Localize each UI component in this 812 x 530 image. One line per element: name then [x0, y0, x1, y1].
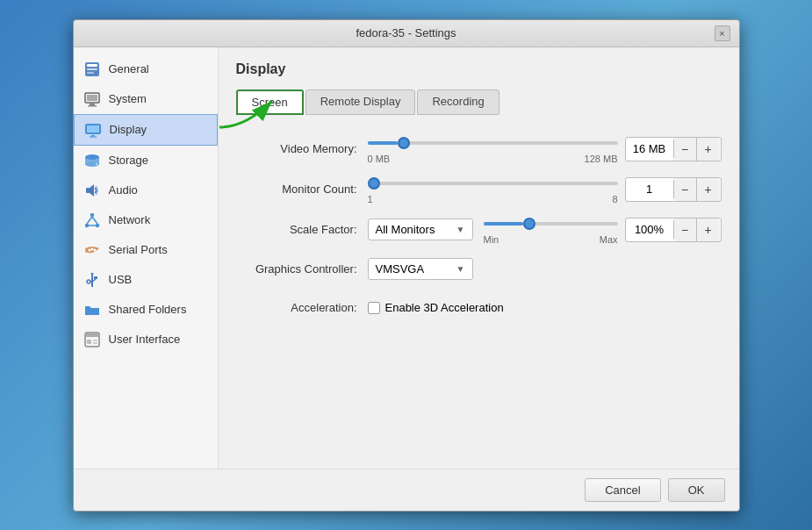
sidebar-item-network[interactable]: Network — [74, 205, 218, 235]
title-bar: fedora-35 - Settings × — [74, 20, 739, 47]
monitor-count-slider-track[interactable] — [368, 175, 618, 192]
svg-line-20 — [87, 217, 92, 224]
scale-factor-min-label: Min — [484, 234, 499, 245]
tab-screen[interactable]: Screen — [236, 90, 304, 115]
scale-factor-increment[interactable]: + — [697, 218, 720, 241]
scale-factor-slider-labels: Min Max — [484, 234, 618, 245]
svg-point-24 — [90, 247, 93, 250]
tabs-bar: Screen Remote Display Recording — [236, 90, 722, 115]
sidebar-item-shared-folders[interactable]: Shared Folders — [74, 295, 218, 325]
storage-icon — [83, 151, 102, 170]
sidebar-label-usb: USB — [109, 273, 133, 286]
dialog-footer: Cancel OK — [74, 469, 739, 511]
svg-point-15 — [96, 163, 97, 165]
graphics-controller-dropdown[interactable]: VMSVGA ▼ — [368, 258, 473, 280]
scale-factor-slider-thumb[interactable] — [523, 218, 535, 230]
settings-dialog: fedora-35 - Settings × General — [73, 19, 740, 512]
sidebar-item-usb[interactable]: USB — [74, 265, 218, 295]
video-memory-slider-fill — [368, 141, 398, 145]
tab-recording[interactable]: Recording — [417, 90, 499, 115]
scale-factor-control: All Monitors ▼ Min — [368, 215, 722, 245]
acceleration-label: Acceleration: — [236, 301, 368, 314]
monitor-count-control: 1 8 1 − + — [368, 175, 722, 204]
svg-rect-5 — [87, 95, 97, 101]
monitor-count-increment[interactable]: + — [697, 178, 720, 201]
svg-rect-19 — [96, 224, 99, 227]
ok-button[interactable]: OK — [668, 478, 725, 502]
scale-factor-value-box: 100% − + — [625, 218, 722, 242]
video-memory-slider-bg — [368, 141, 618, 145]
svg-line-21 — [92, 217, 97, 224]
video-memory-min-label: 0 MB — [368, 154, 391, 164]
scale-factor-monitor-dropdown[interactable]: All Monitors ▼ — [368, 218, 473, 240]
svg-point-29 — [87, 280, 90, 283]
scale-factor-slider-track[interactable] — [484, 215, 618, 233]
video-memory-slider-track[interactable] — [368, 134, 618, 152]
scale-factor-slider-fill — [484, 222, 524, 226]
svg-point-25 — [93, 248, 96, 251]
sidebar-item-user-interface[interactable]: User Interface — [74, 325, 218, 355]
svg-rect-9 — [87, 125, 99, 132]
monitor-count-slider-thumb[interactable] — [368, 177, 380, 190]
scale-factor-dropdown-value: All Monitors — [376, 223, 435, 236]
video-memory-slider-thumb[interactable] — [398, 137, 410, 149]
sidebar-item-system[interactable]: System — [74, 84, 218, 114]
system-icon — [83, 90, 102, 109]
sidebar-label-display: Display — [110, 123, 147, 136]
dialog-title: fedora-35 - Settings — [98, 26, 715, 39]
graphics-controller-control: VMSVGA ▼ — [368, 258, 722, 280]
video-memory-slider-labels: 0 MB 128 MB — [368, 154, 618, 164]
video-memory-decrement[interactable]: − — [674, 138, 697, 161]
acceleration-control: Enable 3D Acceleration — [368, 301, 722, 314]
scale-factor-value: 100% — [626, 220, 674, 239]
sidebar-label-general: General — [109, 62, 149, 75]
sidebar-label-shared-folders: Shared Folders — [109, 303, 187, 316]
tab-remote-display[interactable]: Remote Display — [305, 90, 416, 115]
scale-factor-slider-bg — [484, 222, 618, 226]
monitor-count-row: Monitor Count: 1 8 — [236, 175, 722, 204]
sidebar-item-general[interactable]: General — [74, 54, 218, 84]
video-memory-label: Video Memory: — [236, 142, 368, 155]
graphics-controller-label: Graphics Controller: — [236, 262, 368, 276]
monitor-count-slider-container: 1 8 — [368, 175, 618, 204]
svg-rect-34 — [85, 333, 99, 337]
monitor-count-min-label: 1 — [368, 194, 373, 204]
sidebar-item-display[interactable]: Display — [74, 114, 218, 146]
monitor-count-max-label: 8 — [612, 194, 617, 204]
sidebar-label-storage: Storage — [109, 154, 149, 167]
sidebar-item-storage[interactable]: Storage — [74, 146, 218, 175]
sidebar-label-system: System — [109, 92, 147, 105]
scale-factor-label: Scale Factor: — [236, 223, 368, 236]
graphics-controller-value: VMSVGA — [376, 262, 425, 276]
video-memory-max-label: 128 MB — [585, 154, 618, 164]
usb-icon — [83, 270, 102, 290]
video-memory-slider-container: 0 MB 128 MB — [368, 134, 618, 164]
acceleration-checkbox[interactable] — [368, 302, 380, 314]
svg-rect-10 — [91, 135, 95, 137]
sidebar-label-audio: Audio — [109, 183, 138, 197]
sidebar-item-audio[interactable]: Audio — [74, 175, 218, 205]
svg-rect-3 — [87, 72, 94, 74]
scale-factor-decrement[interactable]: − — [674, 218, 697, 241]
cancel-button[interactable]: Cancel — [585, 478, 660, 502]
scale-factor-max-label: Max — [600, 234, 618, 245]
display-icon — [83, 120, 103, 140]
sidebar-label-network: Network — [109, 213, 151, 226]
audio-icon — [83, 181, 102, 200]
monitor-count-decrement[interactable]: − — [674, 178, 697, 201]
scale-factor-slider-container: Min Max — [484, 215, 618, 245]
video-memory-value: 16 MB — [626, 140, 674, 158]
scale-factor-dropdown-arrow: ▼ — [456, 225, 465, 234]
sidebar-item-serial-ports[interactable]: Serial Ports — [74, 235, 218, 265]
video-memory-value-box: 16 MB − + — [625, 137, 722, 161]
monitor-count-slider-labels: 1 8 — [368, 194, 618, 204]
scale-factor-row: Scale Factor: All Monitors ▼ — [236, 215, 722, 245]
svg-rect-6 — [90, 104, 95, 105]
close-button[interactable]: × — [715, 25, 730, 41]
svg-rect-37 — [93, 342, 97, 344]
svg-rect-11 — [90, 136, 97, 137]
svg-point-23 — [88, 248, 90, 251]
video-memory-increment[interactable]: + — [697, 138, 720, 161]
ui-icon — [83, 330, 102, 349]
sidebar-label-user-interface: User Interface — [109, 333, 181, 346]
